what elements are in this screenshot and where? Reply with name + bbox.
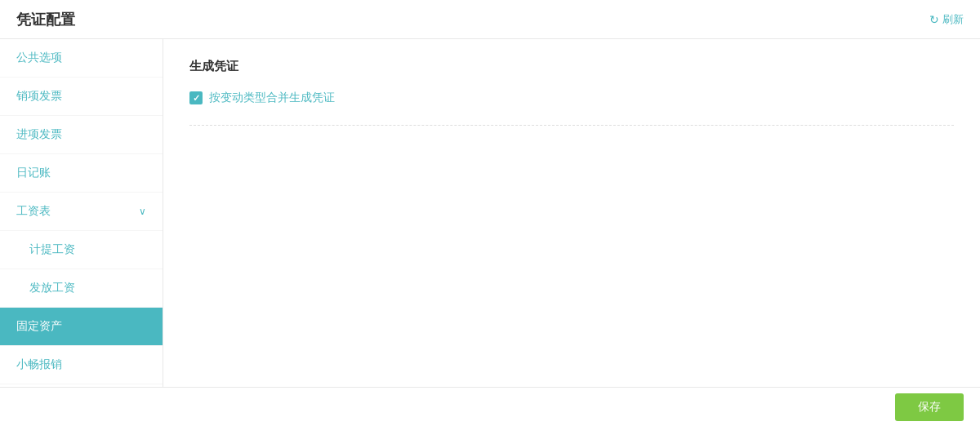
- sidebar-item-label: 工资表: [16, 204, 51, 219]
- content-area: 生成凭证 按变动类型合并生成凭证: [163, 39, 980, 387]
- sidebar-item-payroll-table[interactable]: 工资表 ∨: [0, 193, 163, 231]
- sidebar-item-label: 计提工资: [29, 242, 75, 257]
- sidebar-item-public-options[interactable]: 公共选项: [0, 39, 163, 78]
- checkbox-row: 按变动类型合并生成凭证: [189, 91, 954, 105]
- refresh-button[interactable]: ↻ 刷新: [929, 12, 964, 27]
- footer: 保存: [0, 387, 980, 426]
- sidebar: 公共选项 销项发票 进项发票 日记账 工资表 ∨ 计提工资 发放工资 固定资产 …: [0, 39, 163, 387]
- checkbox-label[interactable]: 按变动类型合并生成凭证: [209, 91, 335, 105]
- sidebar-item-label: 进项发票: [16, 127, 62, 142]
- sidebar-item-label: 日记账: [16, 166, 51, 180]
- sidebar-item-sales-invoice[interactable]: 销项发票: [0, 78, 163, 116]
- section-divider: [189, 125, 954, 126]
- sidebar-item-salary-accrual[interactable]: 计提工资: [0, 231, 163, 269]
- sidebar-item-purchase-invoice[interactable]: 进项发票: [0, 116, 163, 154]
- sidebar-item-expense-claim[interactable]: 小畅报销: [0, 346, 163, 384]
- refresh-icon: ↻: [929, 13, 939, 26]
- page-title: 凭证配置: [16, 10, 75, 29]
- merge-by-type-checkbox[interactable]: [189, 91, 203, 104]
- main-layout: 公共选项 销项发票 进项发票 日记账 工资表 ∨ 计提工资 发放工资 固定资产 …: [0, 39, 980, 387]
- sidebar-item-label: 公共选项: [16, 51, 62, 65]
- sidebar-item-journal[interactable]: 日记账: [0, 154, 163, 193]
- header: 凭证配置 ↻ 刷新: [0, 0, 980, 39]
- sidebar-item-label: 发放工资: [29, 281, 75, 295]
- sidebar-item-label: 固定资产: [16, 319, 62, 334]
- sidebar-item-salary-pay[interactable]: 发放工资: [0, 269, 163, 308]
- chevron-down-icon: ∨: [139, 206, 146, 217]
- sidebar-item-label: 小畅报销: [16, 357, 62, 372]
- section-title: 生成凭证: [189, 59, 954, 74]
- sidebar-item-fixed-assets[interactable]: 固定资产: [0, 308, 163, 346]
- sidebar-item-label: 销项发票: [16, 89, 62, 104]
- save-button[interactable]: 保存: [895, 393, 964, 421]
- refresh-label: 刷新: [942, 12, 964, 27]
